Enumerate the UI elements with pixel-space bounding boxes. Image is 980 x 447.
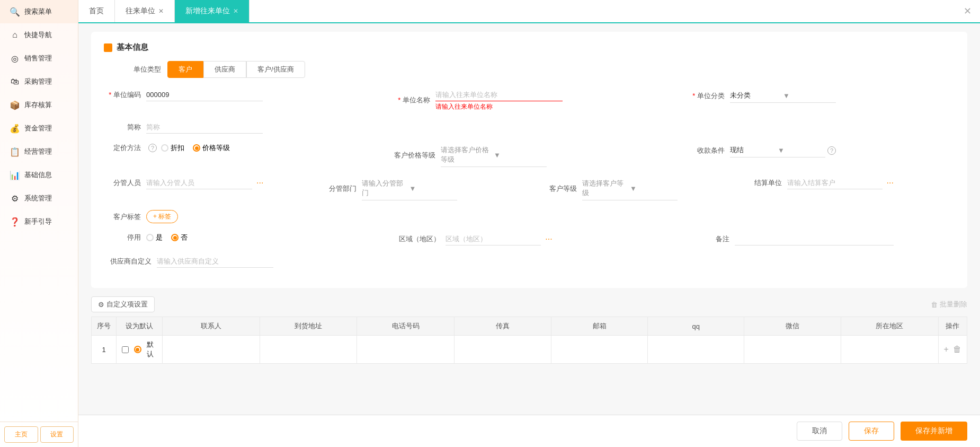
gear-icon: ⚙ bbox=[98, 301, 104, 309]
department-select[interactable]: 请输入分管部门 ▼ bbox=[362, 177, 457, 200]
cell-fax[interactable] bbox=[455, 336, 551, 364]
fax-input[interactable] bbox=[460, 346, 546, 354]
sidebar-search[interactable]: 🔍 搜索菜单 bbox=[0, 0, 78, 23]
tab-partner-list-close[interactable]: ✕ bbox=[158, 7, 164, 15]
save-button[interactable]: 保存 bbox=[849, 422, 894, 441]
cell-address[interactable] bbox=[260, 336, 357, 364]
payment-terms-select[interactable]: 现结 ▼ bbox=[730, 143, 825, 157]
phone-input[interactable] bbox=[362, 346, 449, 354]
customer-tag-label: 客户标签 bbox=[104, 212, 146, 222]
email-input[interactable] bbox=[557, 346, 643, 354]
sidebar-item-system[interactable]: ⚙ 系统管理 bbox=[0, 187, 78, 210]
region-field: 区域（地区） ··· bbox=[398, 233, 660, 246]
payment-terms-help-icon[interactable]: ? bbox=[827, 146, 836, 155]
cell-email[interactable] bbox=[551, 336, 648, 364]
cell-phone[interactable] bbox=[357, 336, 455, 364]
unit-code-label: 单位编码 bbox=[104, 90, 146, 100]
tab-new-partner[interactable]: 新增往来单位 ✕ bbox=[175, 0, 250, 22]
payment-terms-field: 收款条件 现结 ▼ ? bbox=[682, 143, 955, 157]
unit-code-input[interactable] bbox=[146, 89, 263, 101]
default-radio[interactable]: 默认 bbox=[134, 340, 157, 359]
region-more-btn[interactable]: ··· bbox=[543, 234, 554, 244]
default-cell: 默认 bbox=[122, 340, 157, 359]
section-title: 基本信息 bbox=[117, 42, 148, 52]
delete-row-btn[interactable]: 🗑 bbox=[953, 345, 961, 354]
supplier-custom-input[interactable] bbox=[157, 255, 273, 268]
wechat-input[interactable] bbox=[750, 346, 835, 354]
custom-settings-label: 自定义项设置 bbox=[106, 300, 148, 309]
customer-price-level-select[interactable]: 请选择客户价格等级 ▼ bbox=[441, 143, 547, 167]
tab-partner-list[interactable]: 往来单位 ✕ bbox=[115, 0, 175, 22]
sidebar-home-btn[interactable]: 主页 bbox=[4, 426, 38, 443]
cell-wechat[interactable] bbox=[744, 336, 841, 364]
chevron-down-icon: ▼ bbox=[783, 92, 836, 100]
supervisor-input[interactable] bbox=[146, 177, 252, 189]
custom-settings-btn[interactable]: ⚙ 自定义项设置 bbox=[91, 296, 155, 312]
unit-code-field: 单位编码 bbox=[104, 89, 376, 101]
sidebar-item-finance[interactable]: 💰 资金管理 bbox=[0, 117, 78, 140]
home-icon: ⌂ bbox=[10, 30, 20, 40]
sidebar-item-guide[interactable]: ❓ 新手引导 bbox=[0, 210, 78, 233]
pricing-method-field: 定价方法 ? 折扣 价格等级 bbox=[104, 143, 376, 153]
settlement-unit-more-btn[interactable]: ··· bbox=[885, 178, 896, 188]
unit-name-input[interactable] bbox=[435, 89, 563, 101]
batch-delete-btn[interactable]: 🗑 批量删除 bbox=[931, 300, 967, 309]
cell-region[interactable] bbox=[841, 336, 938, 364]
col-region: 所在地区 bbox=[841, 317, 938, 336]
sidebar-settings-btn[interactable]: 设置 bbox=[40, 426, 74, 443]
col-action: 操作 bbox=[938, 317, 967, 336]
radio-discount[interactable]: 折扣 bbox=[161, 143, 184, 153]
tab-home[interactable]: 首页 bbox=[78, 0, 115, 22]
settlement-unit-label: 结算单位 bbox=[750, 178, 787, 188]
pricing-method-label: 定价方法 bbox=[104, 143, 146, 153]
unit-btn-customer[interactable]: 客户 bbox=[167, 61, 203, 78]
cell-contact[interactable] bbox=[163, 336, 260, 364]
remark-input[interactable] bbox=[735, 233, 894, 246]
finance-icon: 💰 bbox=[10, 123, 20, 134]
default-radio-circle bbox=[134, 346, 141, 353]
radio-price-level[interactable]: 价格等级 bbox=[193, 143, 230, 153]
add-tag-btn[interactable]: + 标签 bbox=[146, 210, 178, 223]
unit-category-select[interactable]: 未分类 ▼ bbox=[730, 89, 836, 103]
unit-btn-supplier[interactable]: 供应商 bbox=[203, 61, 246, 78]
tab-bar: 首页 往来单位 ✕ 新增往来单位 ✕ ✕ bbox=[78, 0, 980, 23]
disabled-label: 停用 bbox=[104, 233, 146, 242]
sidebar-item-sales[interactable]: ◎ 销售管理 bbox=[0, 47, 78, 70]
radio-no[interactable]: 否 bbox=[171, 233, 188, 242]
tab-new-partner-close[interactable]: ✕ bbox=[233, 7, 238, 15]
save-new-button[interactable]: 保存并新增 bbox=[901, 422, 967, 441]
table-head: 序号 设为默认 联系人 到货地址 电话号码 传真 邮箱 qq 微信 所在地区 操… bbox=[92, 317, 967, 336]
radio-yes[interactable]: 是 bbox=[146, 233, 163, 242]
row-checkbox[interactable] bbox=[122, 346, 129, 353]
unit-btn-both[interactable]: 客户/供应商 bbox=[246, 61, 305, 78]
contact-input[interactable] bbox=[168, 346, 254, 354]
customer-level-placeholder: 请选择客户等级 bbox=[582, 179, 630, 198]
customer-level-select[interactable]: 请选择客户等级 ▼ bbox=[582, 177, 678, 200]
sidebar-item-purchase[interactable]: 🛍 采购管理 bbox=[0, 70, 78, 93]
region-input[interactable] bbox=[446, 233, 541, 246]
payment-terms-label: 收款条件 bbox=[682, 146, 730, 155]
radio-yes-circle bbox=[146, 234, 154, 241]
form-row-2: 简称 bbox=[104, 121, 955, 134]
region-input[interactable] bbox=[847, 346, 933, 354]
qq-input[interactable] bbox=[653, 346, 738, 354]
sidebar-bottom: 主页 设置 bbox=[0, 422, 78, 447]
sidebar-item-quick-nav[interactable]: ⌂ 快捷导航 bbox=[0, 23, 78, 47]
short-name-field: 简称 bbox=[104, 121, 955, 134]
unit-type-row: 单位类型 客户 供应商 客户/供应商 bbox=[104, 61, 955, 78]
supervisor-more-btn[interactable]: ··· bbox=[254, 178, 265, 188]
address-input[interactable] bbox=[265, 346, 352, 354]
tab-bar-close-btn[interactable]: ✕ bbox=[955, 5, 980, 17]
unit-type-label: 单位类型 bbox=[104, 65, 167, 74]
pricing-method-help-icon[interactable]: ? bbox=[148, 144, 157, 152]
sidebar-item-operations[interactable]: 📋 经营管理 bbox=[0, 140, 78, 163]
cell-qq[interactable] bbox=[648, 336, 744, 364]
inventory-icon: 📦 bbox=[10, 100, 20, 110]
sidebar-item-inventory[interactable]: 📦 库存核算 bbox=[0, 93, 78, 117]
cancel-button[interactable]: 取消 bbox=[797, 422, 842, 441]
add-row-btn[interactable]: + bbox=[944, 345, 949, 354]
short-name-input[interactable] bbox=[146, 121, 263, 134]
sidebar-item-basic-info[interactable]: 📊 基础信息 bbox=[0, 163, 78, 187]
cell-index: 1 bbox=[92, 336, 117, 364]
settlement-unit-input[interactable] bbox=[787, 177, 883, 189]
